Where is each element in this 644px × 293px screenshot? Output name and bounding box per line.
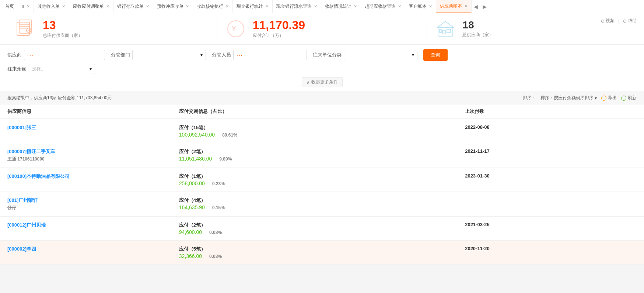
svg-rect-11: [447, 30, 451, 32]
person-dots: ···: [237, 52, 243, 58]
tab-overdue-query[interactable]: 超期应收款查询 ✕: [361, 0, 405, 13]
collapse-up-icon: ∧: [307, 80, 310, 85]
tab-adjustment[interactable]: 应收应付调整单 ✕: [69, 0, 113, 13]
close-icon[interactable]: ✕: [354, 4, 357, 9]
tab-cash-bank-stats[interactable]: 现金银行统计 ✕: [233, 0, 273, 13]
refresh-button[interactable]: 刷新: [621, 95, 637, 101]
tab-home[interactable]: 首页: [1, 0, 18, 13]
supplier-input[interactable]: ···: [24, 50, 105, 60]
tab-other-income[interactable]: 其他收入单 ✕: [34, 0, 69, 13]
tab-supplier-ledger[interactable]: 供应商账本 ✕: [436, 0, 472, 13]
tab-prepay-label: 预收冲应收单: [157, 3, 183, 10]
balance-select[interactable]: 选择... ▾: [29, 64, 95, 74]
unit-class-select[interactable]: ▾: [344, 50, 417, 60]
tx-label: 应付（15笔）: [179, 124, 465, 131]
close-icon[interactable]: ✕: [398, 4, 401, 9]
dept-select[interactable]: ▾: [132, 50, 206, 60]
tx-amount[interactable]: 258,000.00: [179, 180, 205, 186]
transaction-info-cell: 应付（2笔） 11,051,486.00 9.89%: [179, 148, 465, 162]
table-row[interactable]: [000100]本特勤油品有限公司 应付（1笔） 258,000.00 0.23…: [0, 168, 644, 192]
supplier-dots: ···: [27, 52, 34, 58]
close-icon[interactable]: ✕: [225, 4, 229, 9]
payable-suppliers-label: 总应付供应商（家）: [43, 32, 83, 39]
tab-cash-bank-stats-label: 现金银行统计: [237, 3, 263, 10]
collapse-label: 收起更多条件: [311, 79, 338, 85]
nav-arrow-left[interactable]: ◀: [472, 0, 480, 13]
supplier-name-link[interactable]: [001]广州荣轩: [7, 197, 38, 203]
table-row[interactable]: [001]广州荣轩 仔仔 应付（4笔） 164,635.90 0.15%: [0, 192, 644, 217]
table-row[interactable]: [000007]恒旺二手叉车 王通 17106110000 应付（2笔） 11,…: [0, 143, 644, 168]
col-header-supplier: 供应商信息: [7, 108, 179, 115]
tab-overdue-query-label: 超期应收款查询: [365, 3, 396, 10]
tab-bank-deposit[interactable]: 银行存取款单 ✕: [113, 0, 153, 13]
chevron-down-icon: ▾: [200, 52, 203, 58]
table-row[interactable]: [000002]李四 应付（5笔） 32,366.00 0.03% 2020-1…: [0, 241, 644, 265]
video-link[interactable]: ⊙ 视频: [601, 18, 615, 24]
supplier-name-link[interactable]: [000100]本特勤油品有限公司: [7, 173, 70, 179]
tab-customer-ledger-label: 客户账本: [409, 3, 427, 10]
filter-dept: 分管部门 ▾: [111, 50, 206, 60]
filter-row-2: 往来余额 选择... ▾: [7, 64, 637, 74]
tab-collection-stats-label: 收款情况统计: [325, 3, 351, 10]
person-input[interactable]: ···: [233, 50, 307, 60]
supplier-name-link[interactable]: [000002]李四: [7, 246, 36, 252]
tx-label: 应付（4笔）: [179, 197, 465, 204]
video-icon: ⊙: [601, 18, 605, 24]
tx-percent: 0.03%: [209, 254, 222, 259]
svg-text:¥: ¥: [232, 25, 236, 32]
tab-collection-stats[interactable]: 收款情况统计 ✕: [321, 0, 361, 13]
sort-label: 排序：: [523, 95, 536, 101]
tab-collection[interactable]: 收款核销执行 ✕: [193, 0, 233, 13]
supplier-info-cell: [000100]本特勤油品有限公司: [7, 173, 179, 180]
close-icon[interactable]: ✕: [27, 4, 30, 9]
nav-arrow-right[interactable]: ▶: [480, 0, 489, 13]
supplier-name-link[interactable]: [000012]广州贝瑞: [7, 222, 46, 228]
tx-amount[interactable]: 100,092,540.00: [179, 132, 215, 138]
table-row[interactable]: [000012]广州贝瑞 应付（2笔） 94,600.00 0.08% 2021…: [0, 217, 644, 241]
close-icon[interactable]: ✕: [265, 4, 269, 9]
dept-filter-label: 分管部门: [111, 52, 130, 58]
summary-bar: ¥ 13 总应付供应商（家） ¥ 11,170.39 应付合计（万）: [0, 13, 644, 45]
tx-amount[interactable]: 11,051,486.00: [179, 156, 212, 162]
supplier-name-link[interactable]: [000001]张三: [7, 125, 36, 130]
close-icon[interactable]: ✕: [464, 4, 468, 8]
tab-3[interactable]: 3 ✕: [18, 0, 34, 13]
filter-balance: 往来余额 选择... ▾: [7, 64, 95, 74]
close-icon[interactable]: ✕: [314, 4, 317, 9]
close-icon[interactable]: ✕: [62, 4, 65, 9]
close-icon[interactable]: ✕: [429, 4, 432, 9]
tx-amount[interactable]: 94,600.00: [179, 229, 202, 235]
transaction-info-cell: 应付（5笔） 32,366.00 0.03%: [179, 246, 465, 259]
tab-supplier-ledger-label: 供应商账本: [440, 3, 462, 9]
collapse-button[interactable]: ∧ 收起更多条件: [302, 77, 343, 87]
tx-label: 应付（1笔）: [179, 173, 465, 180]
supplier-sub-info: 王通 17106110000: [7, 156, 179, 162]
col-header-transaction: 应付交易信息（占比）: [179, 108, 465, 115]
tab-cash-flow[interactable]: 现金银行流水查询 ✕: [273, 0, 321, 13]
close-icon[interactable]: ✕: [186, 4, 189, 9]
tab-prepay[interactable]: 预收冲应收单 ✕: [153, 0, 193, 13]
total-suppliers-label: 总供应商（家）: [462, 32, 493, 38]
query-button[interactable]: 查询: [423, 49, 448, 61]
payable-suppliers-number: 13: [43, 19, 83, 31]
filter-row-1: 供应商 ··· 分管部门 ▾ 分管人员 ··· 往来单位分类 ▾: [7, 49, 637, 61]
close-icon[interactable]: ✕: [146, 4, 149, 9]
refresh-icon: [621, 96, 626, 101]
summary-card-payable-suppliers: ¥ 13 总应付供应商（家）: [7, 18, 217, 40]
supplier-name-link[interactable]: [000007]恒旺二手叉车: [7, 149, 55, 154]
table-row[interactable]: [000001]张三 应付（15笔） 100,092,540.00 89.61%…: [0, 119, 644, 143]
help-link[interactable]: ⊙ 帮助: [623, 18, 637, 24]
export-button[interactable]: 导出: [601, 95, 617, 101]
tx-amount[interactable]: 164,635.90: [179, 204, 205, 210]
tab-home-label: 首页: [5, 3, 14, 10]
payable-supplier-icon: ¥: [15, 18, 37, 40]
supplier-info-cell: [000007]恒旺二手叉车 王通 17106110000: [7, 148, 179, 162]
tab-customer-ledger[interactable]: 客户账本 ✕: [405, 0, 436, 13]
sort-button[interactable]: 排序：按应付余额倒序排序 ▾: [540, 95, 597, 101]
tx-amount[interactable]: 32,366.00: [179, 253, 202, 259]
svg-rect-13: [440, 30, 442, 32]
supplier-info-cell: [001]广州荣轩 仔仔: [7, 197, 179, 211]
result-bar: 搜索结果中，供应商13家 应付金额 111,703,854.00元 排序： 排序…: [0, 92, 644, 104]
close-icon[interactable]: ✕: [106, 4, 109, 9]
video-label: 视频: [606, 18, 615, 24]
